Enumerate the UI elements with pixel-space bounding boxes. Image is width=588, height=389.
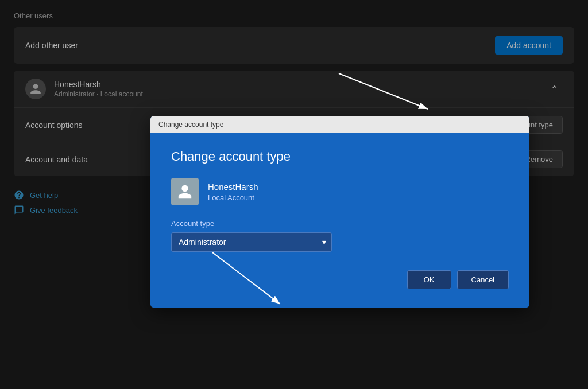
dialog-overlay: Change account type Change account type … [0,0,588,389]
dialog-cancel-button[interactable]: Cancel [457,270,509,289]
dialog-heading: Change account type [171,149,509,164]
dialog-ok-button[interactable]: OK [407,270,451,289]
dialog-avatar [171,178,199,205]
account-type-label: Account type [171,219,509,228]
dialog-titlebar: Change account type [150,116,529,133]
dialog-titlebar-text: Change account type [158,120,223,129]
account-type-select[interactable]: Administrator Standard User [171,232,332,252]
account-type-select-wrapper: Administrator Standard User [171,232,332,252]
change-account-type-dialog: Change account type Change account type … [150,116,529,308]
dialog-user-name: HonestHarsh [208,182,258,192]
dialog-user-type: Local Account [208,193,258,202]
account-type-section: Account type Administrator Standard User [171,219,509,252]
dialog-user-details: HonestHarsh Local Account [208,182,258,202]
dialog-body: Change account type HonestHarsh Local Ac… [150,133,529,308]
dialog-user-row: HonestHarsh Local Account [171,178,509,205]
dialog-footer: OK Cancel [171,270,509,289]
